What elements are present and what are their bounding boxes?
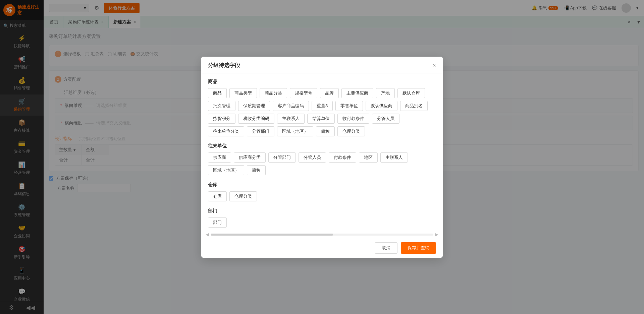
modal-footer: 取消 保存并查询 bbox=[201, 238, 443, 258]
field-tag-warehouse-category[interactable]: 仓库分类 bbox=[337, 126, 365, 136]
section-warehouse-title: 仓库 bbox=[208, 182, 436, 188]
field-tag-goods[interactable]: 商品 bbox=[208, 88, 227, 98]
modal-header: 分组待选字段 × bbox=[201, 57, 443, 73]
scroll-right-btn[interactable]: ▶ bbox=[435, 233, 439, 237]
field-tag-customer-goods-code[interactable]: 客户商品编码 bbox=[273, 101, 309, 111]
field-tag-spec-type[interactable]: 规格型号 bbox=[290, 88, 317, 98]
field-tag-manager[interactable]: 分管人员 bbox=[372, 114, 399, 124]
field-select-modal: 分组待选字段 × 商品 商品 商品类型 商品分类 规格型号 品牌 主要供应商 产… bbox=[201, 57, 443, 258]
scroll-left-btn[interactable]: ◀ bbox=[205, 233, 209, 237]
field-tag-origin[interactable]: 产地 bbox=[376, 88, 395, 98]
field-tag-brand[interactable]: 品牌 bbox=[320, 88, 339, 98]
modal-body[interactable]: 商品 商品 商品类型 商品分类 规格型号 品牌 主要供应商 产地 默认仓库 批次… bbox=[201, 73, 443, 231]
field-tag-supplier-category[interactable]: 供应商分类 bbox=[234, 152, 266, 163]
section-goods: 商品 商品 商品类型 商品分类 规格型号 品牌 主要供应商 产地 默认仓库 批次… bbox=[208, 79, 436, 136]
field-tag-warehouse-cat[interactable]: 仓库分类 bbox=[229, 191, 257, 201]
field-tag-region2[interactable]: 区域（地区） bbox=[208, 165, 244, 175]
section-warehouse: 仓库 仓库 仓库分类 bbox=[208, 182, 436, 201]
field-tag-region[interactable]: 区域（地区） bbox=[277, 126, 313, 136]
field-tag-from-unit-category[interactable]: 往来单位分类 bbox=[208, 126, 244, 136]
section-warehouse-tags: 仓库 仓库分类 bbox=[208, 191, 436, 201]
modal-title: 分组待选字段 bbox=[208, 62, 240, 69]
modal-hscroll-bar: ◀ ▶ bbox=[201, 231, 443, 238]
hscroll-thumb bbox=[211, 234, 333, 236]
field-tag-dept-mgmt[interactable]: 分管部门 bbox=[247, 126, 274, 136]
field-tag-short-name2[interactable]: 简称 bbox=[247, 165, 266, 175]
field-tag-pay-terms[interactable]: 付款条件 bbox=[329, 152, 356, 163]
section-goods-title: 商品 bbox=[208, 79, 436, 85]
modal-close-btn[interactable]: × bbox=[432, 62, 436, 68]
field-tag-main-supplier[interactable]: 主要供应商 bbox=[341, 88, 373, 98]
section-department: 部门 部门 bbox=[208, 208, 436, 228]
field-tag-pick-points[interactable]: 拣货积分 bbox=[208, 114, 235, 124]
field-tag-goods-category[interactable]: 商品分类 bbox=[260, 88, 287, 98]
modal-cancel-btn[interactable]: 取消 bbox=[375, 242, 397, 254]
section-department-title: 部门 bbox=[208, 208, 436, 214]
field-tag-settlement-unit[interactable]: 结算单位 bbox=[307, 114, 335, 124]
field-tag-tax-code[interactable]: 税收分类编码 bbox=[238, 114, 274, 124]
field-tag-warehouse[interactable]: 仓库 bbox=[208, 191, 227, 201]
modal-confirm-btn[interactable]: 保存并查询 bbox=[401, 242, 436, 254]
field-tag-retail-unit[interactable]: 零售单位 bbox=[335, 101, 363, 111]
section-trading-partner: 往来单位 供应商 供应商分类 分管部门 分管人员 付款条件 地区 主联系人 区域… bbox=[208, 143, 436, 175]
section-department-tags: 部门 bbox=[208, 217, 436, 228]
field-tag-goods-alias[interactable]: 商品别名 bbox=[400, 101, 428, 111]
field-tag-main-contact[interactable]: 主联系人 bbox=[277, 114, 305, 124]
field-tag-default-supplier[interactable]: 默认供应商 bbox=[366, 101, 397, 111]
field-tag-payment-terms[interactable]: 收付款条件 bbox=[337, 114, 369, 124]
field-tag-mgmt-person[interactable]: 分管人员 bbox=[299, 152, 326, 163]
field-tag-weight3[interactable]: 重量3 bbox=[312, 101, 333, 111]
field-tag-goods-type[interactable]: 商品类型 bbox=[229, 88, 257, 98]
field-tag-default-warehouse[interactable]: 默认仓库 bbox=[397, 88, 425, 98]
field-tag-main-contact2[interactable]: 主联系人 bbox=[380, 152, 408, 163]
modal-overlay: 分组待选字段 × 商品 商品 商品类型 商品分类 规格型号 品牌 主要供应商 产… bbox=[0, 0, 644, 314]
field-tag-batch-mgmt[interactable]: 批次管理 bbox=[208, 101, 235, 111]
hscroll-track bbox=[211, 234, 433, 236]
section-goods-tags: 商品 商品类型 商品分类 规格型号 品牌 主要供应商 产地 默认仓库 批次管理 … bbox=[208, 88, 436, 136]
field-tag-short-name[interactable]: 简称 bbox=[316, 126, 335, 136]
field-tag-dept[interactable]: 部门 bbox=[208, 217, 227, 228]
field-tag-area[interactable]: 地区 bbox=[359, 152, 378, 163]
section-trading-partner-tags: 供应商 供应商分类 分管部门 分管人员 付款条件 地区 主联系人 区域（地区） … bbox=[208, 152, 436, 175]
section-trading-partner-title: 往来单位 bbox=[208, 143, 436, 149]
field-tag-mgmt-dept[interactable]: 分管部门 bbox=[268, 152, 296, 163]
field-tag-supplier[interactable]: 供应商 bbox=[208, 152, 231, 163]
field-tag-quality-mgmt[interactable]: 保质期管理 bbox=[238, 101, 270, 111]
